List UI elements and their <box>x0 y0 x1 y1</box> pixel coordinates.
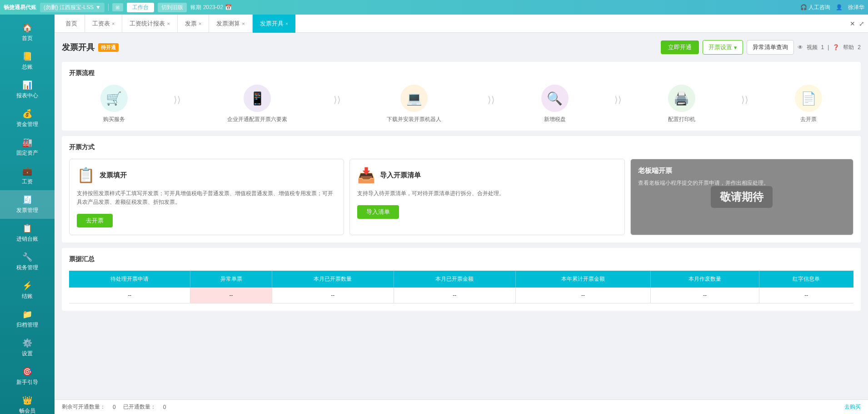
guide-icon: 🎯 <box>22 367 32 377</box>
page-header: 发票开具 待开通 立即开通 开票设置 ▾ 异常清单查询 👁 视频 1 | <box>62 40 861 55</box>
cell-month-count: -- <box>272 288 394 303</box>
calendar-icon[interactable]: 📅 <box>225 4 232 10</box>
user-name[interactable]: 徐泽华 <box>848 4 864 11</box>
step6-label: 去开票 <box>800 116 817 123</box>
funds-icon: 💰 <box>22 109 32 119</box>
col-red-info: 红字信息单 <box>759 271 853 288</box>
card1-btn[interactable]: 去开票 <box>77 214 113 227</box>
cell-pending: -- <box>69 288 190 303</box>
tab-close-invoice-calc[interactable]: × <box>242 21 244 26</box>
tab-close-invoice[interactable]: × <box>199 21 201 26</box>
col-void-count: 本月作废数量 <box>651 271 759 288</box>
abnormal-query-btn[interactable]: 异常清单查询 <box>747 40 794 55</box>
arrow1: ⟩⟩ <box>174 94 181 114</box>
sidebar-item-ledger[interactable]: 📒 总账 <box>0 47 55 76</box>
salary-icon: 💼 <box>22 166 32 176</box>
sidebar-item-guide[interactable]: 🎯 新手引导 <box>0 362 55 391</box>
old-version-btn[interactable]: 切到旧版 <box>158 3 187 12</box>
quota-label: 剩余可开通数量： <box>62 403 105 411</box>
cell-red-info: -- <box>759 288 853 303</box>
step3-icon: 💻 <box>400 85 428 112</box>
flow-step-1: 🛒 购买服务 <box>100 85 128 123</box>
sidebar-item-archive[interactable]: 📁 归档管理 <box>0 305 55 333</box>
sidebar-item-member[interactable]: 👑 畅会员 <box>0 391 55 414</box>
sidebar-item-invoice[interactable]: 🧾 发票管理 <box>0 190 55 219</box>
arrow3: ⟩⟩ <box>488 94 495 114</box>
card2-icon: 📥 <box>357 167 375 184</box>
step1-label: 购买服务 <box>103 116 125 123</box>
company-selector[interactable]: (勿删) 江西服宝-LSS ▼ <box>40 3 105 12</box>
sidebar-item-tax[interactable]: 🔧 税务管理 <box>0 247 55 276</box>
sidebar: 🏠 首页 📒 总账 📊 报表中心 💰 资金管理 🏭 固定资产 💼 工资 🧾 发票… <box>0 15 55 414</box>
tab-invoice[interactable]: 发票 × <box>178 15 209 33</box>
step5-label: 配置打印机 <box>668 116 695 123</box>
cell-year-amount: -- <box>515 288 651 303</box>
question-icon: ❓ <box>833 44 839 50</box>
sidebar-item-funds[interactable]: 💰 资金管理 <box>0 104 55 133</box>
methods-section: 开票方式 📋 发票填开 支持按照发票样式手工填写开发票；可开具增值税电子普通发票… <box>62 136 861 242</box>
step5-icon: 🖨️ <box>668 85 695 112</box>
step4-icon: 🔍 <box>541 85 569 112</box>
headset-icon: 🎧 <box>800 4 807 10</box>
tab-invoice-open[interactable]: 发票开具 × <box>253 15 295 33</box>
col-month-count: 本月已开票数量 <box>272 271 394 288</box>
open-now-btn[interactable]: 立即开通 <box>661 40 699 54</box>
col-pending: 待处理开票申请 <box>69 271 190 288</box>
page-header-actions: 立即开通 开票设置 ▾ 异常清单查询 👁 视频 1 | ❓ 帮助 2 <box>661 40 861 55</box>
sidebar-item-checkout[interactable]: ⚡ 结账 <box>0 276 55 305</box>
tab-invoice-calc[interactable]: 发票测算 × <box>209 15 252 33</box>
flow-step-4: 🔍 新增税盘 <box>541 85 569 123</box>
period-display: 账期 2023-02 📅 <box>190 4 232 11</box>
used-label: 已开通数量： <box>123 403 156 411</box>
app-logo: 畅捷通易代账 <box>4 4 36 11</box>
card2-btn[interactable]: 导入清单 <box>357 205 399 219</box>
copy-icon[interactable]: ⊞ <box>112 3 123 11</box>
view-icon: 👁 <box>798 44 803 50</box>
sidebar-item-purchase[interactable]: 📋 进销台账 <box>0 219 55 247</box>
card1-header: 📋 发票填开 <box>77 167 336 184</box>
sidebar-item-assets[interactable]: 🏭 固定资产 <box>0 133 55 162</box>
tab-close-invoice-open[interactable]: × <box>285 21 288 26</box>
tab-salary-report[interactable]: 工资统计报表 × <box>122 15 177 33</box>
arrow2: ⟩⟩ <box>334 94 341 114</box>
method-card-fill: 📋 发票填开 支持按照发票样式手工填写开发票；可开具增值税电子普通发票、增值税普… <box>69 159 344 235</box>
tab-close-all-icon[interactable]: ✕ <box>850 20 855 27</box>
flow-step-5: 🖨️ 配置打印机 <box>668 85 695 123</box>
method-cards: 📋 发票填开 支持按照发票样式手工填写开发票；可开具增值税电子普通发票、增值税普… <box>69 159 853 235</box>
tab-close-salary-report[interactable]: × <box>167 21 170 26</box>
method-card-boss: 老板端开票 查看老板端小程序提交的开票申请，并作出相应处理。 敬请期待 <box>630 159 853 235</box>
tab-close-salary[interactable]: × <box>112 21 115 26</box>
home-icon: 🏠 <box>22 23 32 33</box>
tab-salary[interactable]: 工资表 × <box>85 15 122 33</box>
method-card-import: 📥 导入开票清单 支持导入待开票清单，可对待开票清单进行拆分、合并处理。 导入清… <box>349 159 624 235</box>
cell-abnormal: -- <box>190 288 272 303</box>
card2-desc: 支持导入待开票清单，可对待开票清单进行拆分、合并处理。 <box>357 189 617 198</box>
tab-home[interactable]: 首页 <box>58 15 85 33</box>
step2-label: 企业开通配置开票六要素 <box>227 116 287 123</box>
summary-data-row: -- -- -- -- -- -- -- <box>69 288 853 303</box>
step2-icon: 📱 <box>244 85 271 112</box>
quota-value: 0 <box>113 404 116 410</box>
reports-icon: 📊 <box>22 80 32 90</box>
tab-maximize-icon[interactable]: ⤢ <box>859 20 864 27</box>
workstation-btn[interactable]: 工作台 <box>127 3 154 12</box>
methods-title: 开票方式 <box>69 143 853 151</box>
sidebar-item-settings[interactable]: ⚙️ 设置 <box>0 333 55 362</box>
top-bar: 畅捷通易代账 (勿删) 江西服宝-LSS ▼ ⊞ 工作台 切到旧版 账期 202… <box>0 0 868 15</box>
assets-icon: 🏭 <box>22 137 32 147</box>
buy-link[interactable]: 去购买 <box>844 403 861 411</box>
ledger-icon: 📒 <box>22 51 32 61</box>
sidebar-item-salary[interactable]: 💼 工资 <box>0 162 55 190</box>
flow-section: 开票流程 🛒 购买服务 ⟩⟩ 📱 企业开 <box>62 62 861 131</box>
settings-icon: ⚙️ <box>22 338 32 348</box>
service-btn[interactable]: 🎧 人工咨询 <box>800 4 830 11</box>
card1-desc: 支持按照发票样式手工填写开发票；可开具增值税电子普通发票、增值税普通发票、增值税… <box>77 189 336 207</box>
page-title: 发票开具 <box>62 42 95 53</box>
invoice-icon: 🧾 <box>22 195 32 205</box>
col-year-amount: 本年累计开票金额 <box>515 271 651 288</box>
card3-title: 老板端开票 <box>638 167 846 175</box>
sidebar-item-reports[interactable]: 📊 报表中心 <box>0 76 55 104</box>
sidebar-item-home[interactable]: 🏠 首页 <box>0 18 55 47</box>
open-settings-btn[interactable]: 开票设置 ▾ <box>703 40 743 55</box>
header-info: 👁 视频 1 | ❓ 帮助 2 <box>798 44 861 51</box>
